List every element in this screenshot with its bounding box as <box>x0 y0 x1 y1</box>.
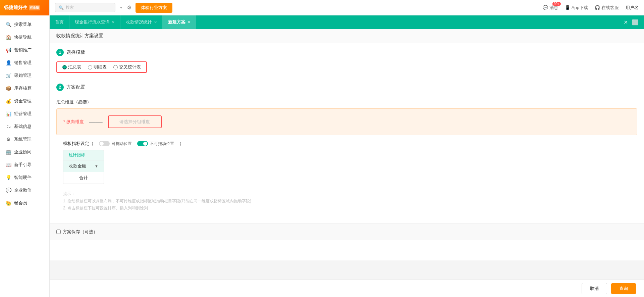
sidebar-item-label: 经营管理 <box>14 111 32 117</box>
sidebar-icon: 👤 <box>5 60 11 66</box>
sidebar-item-畅会员[interactable]: 👑畅会员 <box>0 197 49 209</box>
sidebar-item-label: 新手引导 <box>14 162 32 168</box>
sidebar-icon: 📖 <box>5 162 11 168</box>
tip2-text: 2. 点击标题栏下拉可设置排序、插入列和删除列 <box>63 205 631 212</box>
dropdown-arrow-icon[interactable]: ▼ <box>119 6 123 9</box>
sidebar-item-搜索菜单[interactable]: 🔍搜索菜单 <box>0 18 49 31</box>
sidebar-item-基础信息[interactable]: 🗂基础信息 <box>0 120 49 133</box>
download-label: App下载 <box>572 5 588 11</box>
sidebar-item-智能硬件[interactable]: 💡智能硬件 <box>0 171 49 184</box>
metrics-amount-label: 收款金额 <box>69 163 86 169</box>
sidebar-item-快捷导航[interactable]: 🏠快捷导航 <box>0 31 49 44</box>
metrics-header: 模板指标设定（ 可拖动位置 不可拖动位置 ） <box>63 141 631 147</box>
sidebar-icon: 🛒 <box>5 72 11 79</box>
sidebar-item-企业微信[interactable]: 💬企业微信 <box>0 184 49 197</box>
radio-detail[interactable]: 明细表 <box>88 64 107 70</box>
section-config: 2 方案配置 <box>50 78 644 99</box>
tab-home-label: 首页 <box>55 19 64 25</box>
sidebar-icon: 👑 <box>5 200 11 206</box>
radio-cross-input[interactable] <box>113 65 118 69</box>
close-window-icon[interactable]: ✕ <box>624 19 628 26</box>
sidebar-item-库存核算[interactable]: 📦库存核算 <box>0 82 49 95</box>
section2-label: 方案配置 <box>66 84 85 90</box>
save-option-row: 方案保存（可选） <box>50 223 644 240</box>
tab-bank-flow[interactable]: 现金银行流水查询 ✕ <box>69 15 120 29</box>
sidebar-item-label: 营销推广 <box>14 47 32 53</box>
metrics-amount-cell[interactable]: 收款金额 ▼ <box>63 160 104 172</box>
toggle1[interactable] <box>99 141 110 146</box>
sidebar-item-label: 销售管理 <box>14 60 32 66</box>
dimension-row: 纵向维度 —— 请选择分组维度 <box>63 115 630 128</box>
toggle1-group[interactable]: 可拖动位置 <box>99 141 132 147</box>
search-box[interactable]: 🔍 搜索 <box>55 3 115 12</box>
headset-icon: 🎧 <box>595 5 600 10</box>
radio-cross[interactable]: 交叉统计表 <box>113 64 141 70</box>
sidebar-icon: 🏠 <box>5 34 11 40</box>
radio-cross-label: 交叉统计表 <box>119 64 141 70</box>
tab-new-plan-close-icon[interactable]: ✕ <box>187 20 191 24</box>
config-section: 汇总维度（必选） 纵向维度 —— 请选择分组维度 模板指标设定（ <box>50 99 644 223</box>
radio-detail-input[interactable] <box>88 65 92 69</box>
search-placeholder: 搜索 <box>66 5 74 10</box>
section-template: 1 选择模板 汇总表 明细表 交叉统计表 <box>50 43 644 78</box>
sidebar-item-label: 畅会员 <box>14 200 27 206</box>
sidebar-icon: 📊 <box>5 111 11 117</box>
query-button[interactable]: 查询 <box>611 283 636 294</box>
footer-bar: 取消 查询 <box>50 280 644 297</box>
tab-collection-stats[interactable]: 收款情况统计 ✕ <box>120 15 163 29</box>
sidebar-item-资金管理[interactable]: 💰资金管理 <box>0 95 49 107</box>
cancel-button[interactable]: 取消 <box>582 283 607 294</box>
toggle2-label: 不可拖动位置 <box>150 141 174 147</box>
radio-summary[interactable]: 汇总表 <box>62 64 81 70</box>
settings-icon[interactable]: ⚙ <box>127 4 131 11</box>
sidebar-item-企业协同[interactable]: 🏢企业协同 <box>0 146 49 158</box>
support-button[interactable]: 🎧 在线客服 <box>595 5 619 11</box>
toggle1-label: 可拖动位置 <box>112 141 132 147</box>
sidebar-icon: 🗂 <box>5 123 11 130</box>
sidebar-item-经营管理[interactable]: 📊经营管理 <box>0 107 49 120</box>
tab-actions: ✕ ⬜ <box>624 19 644 26</box>
brand-version: 标准版 <box>29 5 40 10</box>
tab-bank-flow-close-icon[interactable]: ✕ <box>112 20 115 24</box>
metrics-header-suffix: ） <box>179 141 184 147</box>
tab-new-plan-label: 新建方案 <box>168 19 185 25</box>
section2-num: 2 <box>56 84 64 91</box>
industry-button[interactable]: 体验行业方案 <box>136 3 172 13</box>
section1-num: 1 <box>56 49 64 56</box>
sidebar-item-新手引导[interactable]: 📖新手引导 <box>0 158 49 171</box>
sidebar-item-营销推广[interactable]: 📢营销推广 <box>0 44 49 56</box>
save-plan-checkbox[interactable] <box>56 230 61 234</box>
metrics-table: 统计指标 收款金额 ▼ 合计 <box>63 150 104 184</box>
sidebar-nav: 🔍搜索菜单🏠快捷导航📢营销推广👤销售管理🛒采购管理📦库存核算💰资金管理📊经营管理… <box>0 15 49 297</box>
sidebar-item-采购管理[interactable]: 🛒采购管理 <box>0 69 49 82</box>
sidebar-item-销售管理[interactable]: 👤销售管理 <box>0 56 49 69</box>
tab-home[interactable]: 首页 <box>50 15 69 29</box>
sidebar-icon: 💡 <box>5 175 11 181</box>
tab-new-plan[interactable]: 新建方案 ✕ <box>163 15 196 29</box>
radio-summary-label: 汇总表 <box>68 64 81 70</box>
section1-label: 选择模板 <box>66 49 85 55</box>
vertical-dimension-label: 纵向维度 <box>63 119 84 125</box>
tips-title: 提示： <box>63 191 75 196</box>
tab-collection-stats-close-icon[interactable]: ✕ <box>154 20 157 24</box>
dimension-select-box[interactable]: 请选择分组维度 <box>108 115 162 128</box>
sidebar-icon: 📢 <box>5 47 11 53</box>
metrics-section: 模板指标设定（ 可拖动位置 不可拖动位置 ） 统计指标 <box>56 141 637 185</box>
brand-logo: 畅捷通好生 标准版 <box>0 0 49 15</box>
sidebar-item-label: 智能硬件 <box>14 175 32 181</box>
sidebar-icon: 🏢 <box>5 149 11 155</box>
dimension-title: 汇总维度（必选） <box>56 99 637 105</box>
page-inner: 收款情况统计方案设置 1 选择模板 汇总表 明细表 <box>50 29 644 260</box>
sidebar-item-系统管理[interactable]: ⚙系统管理 <box>0 133 49 146</box>
sidebar-icon: ⚙ <box>5 136 11 142</box>
dimension-area: 纵向维度 —— 请选择分组维度 <box>56 108 637 135</box>
maximize-icon[interactable]: ⬜ <box>632 19 639 26</box>
topbar: 🔍 搜索 ▼ ⚙ 体验行业方案 💬 消息 99+ 📱 App下载 🎧 在线客服 … <box>50 0 644 15</box>
save-plan-label: 方案保存（可选） <box>63 229 98 235</box>
main: 🔍 搜索 ▼ ⚙ 体验行业方案 💬 消息 99+ 📱 App下载 🎧 在线客服 … <box>50 0 644 297</box>
toggle2-group[interactable]: 不可拖动位置 <box>137 141 174 147</box>
toggle2[interactable] <box>137 141 148 146</box>
radio-summary-input[interactable] <box>62 65 67 69</box>
message-button[interactable]: 💬 消息 99+ <box>543 5 558 11</box>
download-button[interactable]: 📱 App下载 <box>565 5 588 11</box>
